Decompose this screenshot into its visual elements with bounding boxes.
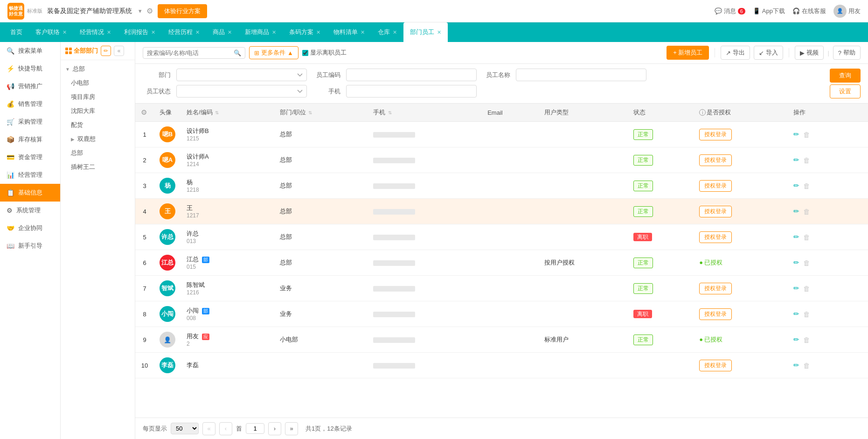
delete-icon[interactable]: 🗑	[803, 208, 810, 216]
delete-icon[interactable]: 🗑	[803, 182, 810, 190]
edit-icon[interactable]: ✏	[793, 335, 799, 344]
set-button[interactable]: 设置	[830, 84, 861, 98]
edit-icon[interactable]: ✏	[793, 181, 799, 190]
auth-button[interactable]: 授权登录	[699, 308, 732, 320]
import-button[interactable]: ↙ 导入	[754, 46, 783, 60]
nav-system[interactable]: ⚙ 系统管理	[0, 202, 60, 219]
page-number-input[interactable]	[246, 423, 264, 434]
delete-icon[interactable]: 🗑	[803, 336, 810, 344]
messages-btn[interactable]: 💬 消息 6	[715, 7, 745, 15]
dept-node-root[interactable]: ▼ 总部	[61, 62, 135, 76]
dept-filter-select[interactable]	[176, 69, 307, 81]
auth-button[interactable]: 授权登录	[699, 206, 732, 217]
auth-button[interactable]: 授权登录	[699, 129, 732, 140]
auth-button[interactable]: 授权登录	[699, 360, 732, 371]
user-area[interactable]: 👤 用友	[833, 5, 861, 18]
close-icon[interactable]: ✕	[437, 29, 441, 35]
nav-business[interactable]: 📊 经营管理	[0, 166, 60, 184]
close-icon[interactable]: ✕	[107, 29, 111, 35]
search-icon[interactable]: 🔍	[234, 49, 241, 56]
close-icon[interactable]: ✕	[272, 29, 276, 35]
th-dept-position[interactable]: 部门/职位 ⇅	[274, 104, 368, 122]
dept-edit-button[interactable]: ✏	[101, 46, 111, 56]
gear-icon[interactable]: ⚙	[146, 7, 153, 15]
search-input-wrap[interactable]: 🔍	[143, 47, 245, 59]
video-button[interactable]: ▶ 视频	[795, 46, 824, 60]
emp-code-input[interactable]	[346, 69, 477, 81]
nav-guide[interactable]: 📖 新手引导	[0, 237, 60, 255]
edit-icon[interactable]: ✏	[793, 130, 799, 139]
th-phone[interactable]: 手机 ⇅	[368, 104, 482, 122]
tab-bom[interactable]: 物料清单 ✕	[327, 22, 371, 42]
nav-finance[interactable]: 💳 资金管理	[0, 148, 60, 166]
nav-search-menu[interactable]: 🔍 搜索菜单	[0, 42, 60, 60]
tab-operation[interactable]: 经营情况 ✕	[73, 22, 118, 42]
prev-page-button[interactable]: ‹	[219, 422, 232, 435]
nav-marketing[interactable]: 📢 营销推广	[0, 77, 60, 95]
dept-node-shuanglu[interactable]: ▶ 双鹿想	[61, 132, 135, 146]
export-button[interactable]: ↗ 导出	[721, 46, 750, 60]
search-input[interactable]	[147, 49, 234, 56]
edit-icon[interactable]: ✏	[793, 207, 799, 216]
tab-customer[interactable]: 客户联络 ✕	[29, 22, 73, 42]
last-page-button[interactable]: »	[285, 422, 298, 435]
auth-button[interactable]: 授权登录	[699, 283, 732, 294]
tab-dept-employee[interactable]: 部门员工 ✕	[403, 22, 448, 42]
dept-node-shenyang[interactable]: 沈阳大库	[61, 104, 135, 118]
nav-purchase[interactable]: 🛒 采购管理	[0, 113, 60, 131]
delete-icon[interactable]: 🗑	[803, 362, 810, 369]
auth-button[interactable]: 授权登录	[699, 180, 732, 192]
emp-status-select[interactable]	[176, 85, 307, 98]
nav-quick-nav[interactable]: ⚡ 快捷导航	[0, 60, 60, 77]
dept-node-chashuwanger[interactable]: 插树王二	[61, 160, 135, 174]
close-icon[interactable]: ✕	[195, 29, 200, 35]
dept-node-distribution[interactable]: 配货	[61, 118, 135, 132]
tab-new-goods[interactable]: 新增商品 ✕	[238, 22, 283, 42]
dept-node-zongbu[interactable]: 总部	[61, 146, 135, 160]
close-icon[interactable]: ✕	[361, 29, 365, 35]
next-page-button[interactable]: ›	[268, 422, 281, 435]
page-size-select[interactable]: 50 100 200	[171, 423, 199, 434]
info-circle-icon[interactable]: i	[699, 109, 706, 116]
nav-sales[interactable]: 💰 销售管理	[0, 95, 60, 113]
tab-history[interactable]: 经营历程 ✕	[162, 22, 206, 42]
help-button[interactable]: ? 帮助	[833, 46, 861, 60]
add-employee-button[interactable]: + 新增员工	[667, 46, 709, 60]
edit-icon[interactable]: ✏	[793, 233, 799, 241]
delete-icon[interactable]: 🗑	[803, 259, 810, 267]
th-settings[interactable]: ⚙	[135, 104, 154, 122]
col-settings-icon[interactable]: ⚙	[141, 108, 147, 116]
tab-barcode[interactable]: 条码方案 ✕	[283, 22, 327, 42]
close-icon[interactable]: ✕	[62, 29, 67, 35]
phone-input[interactable]	[346, 85, 477, 98]
query-button[interactable]: 查询	[830, 69, 861, 83]
app-download-btn[interactable]: 📱 App下载	[753, 7, 785, 15]
auth-button[interactable]: 授权登录	[699, 154, 732, 166]
trial-button[interactable]: 体验行业方案	[158, 4, 207, 18]
delete-icon[interactable]: 🗑	[803, 131, 810, 139]
show-resigned-checkbox-label[interactable]: 显示离职员工	[302, 49, 347, 57]
edit-icon[interactable]: ✏	[793, 284, 799, 293]
nav-basic-info[interactable]: 📋 基础信息	[0, 184, 60, 202]
delete-icon[interactable]: 🗑	[803, 233, 810, 241]
show-resigned-checkbox[interactable]	[302, 50, 308, 56]
emp-name-input[interactable]	[516, 69, 646, 81]
edit-icon[interactable]: ✏	[793, 258, 799, 267]
delete-icon[interactable]: 🗑	[803, 285, 810, 293]
th-name-code[interactable]: 姓名/编码 ⇅	[181, 104, 274, 122]
close-icon[interactable]: ✕	[228, 29, 232, 35]
nav-collab[interactable]: 🤝 企业协同	[0, 219, 60, 237]
online-service-btn[interactable]: 🎧 在线客服	[792, 7, 826, 15]
tab-warehouse[interactable]: 仓库 ✕	[371, 22, 403, 42]
edit-icon[interactable]: ✏	[793, 361, 799, 369]
dept-collapse-button[interactable]: «	[114, 46, 124, 56]
first-page-button[interactable]: «	[202, 422, 215, 435]
delete-icon[interactable]: 🗑	[803, 156, 810, 164]
close-icon[interactable]: ✕	[316, 29, 320, 35]
tab-goods[interactable]: 商品 ✕	[206, 22, 238, 42]
dept-node-xiaodian[interactable]: 小电部	[61, 76, 135, 90]
edit-icon[interactable]: ✏	[793, 156, 799, 164]
tab-home[interactable]: 首页	[4, 22, 29, 42]
dept-node-projecthouse[interactable]: 项目库房	[61, 90, 135, 104]
more-filter-button[interactable]: ⊞ 更多条件 ▲	[249, 46, 299, 59]
